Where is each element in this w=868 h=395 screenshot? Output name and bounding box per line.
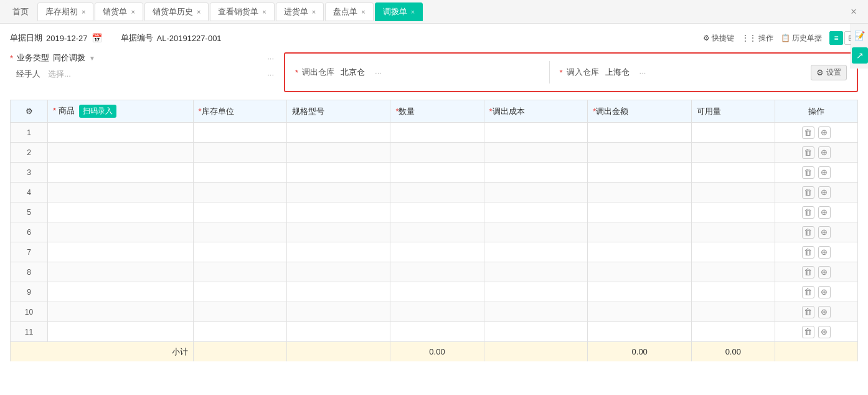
window-close-button[interactable]: × — [844, 2, 863, 21]
row-delete-5[interactable]: 🗑 — [802, 206, 814, 219]
row-available-3[interactable] — [692, 163, 775, 183]
warehouse-in-dots[interactable]: ··· — [639, 68, 646, 77]
tab-inventory-check-close[interactable]: × — [361, 8, 365, 16]
tab-view-sales[interactable]: 查看销货单 × — [210, 2, 274, 21]
tab-sales-history-close[interactable]: × — [197, 8, 200, 16]
business-type-dropdown-icon[interactable]: ▼ — [89, 55, 95, 62]
row-spec-6[interactable] — [286, 222, 390, 242]
row-qty-10[interactable] — [390, 302, 484, 322]
row-product-11[interactable] — [48, 322, 194, 342]
sidebar-expand-icon[interactable]: ↗ — [852, 47, 868, 64]
row-spec-8[interactable] — [286, 262, 390, 282]
row-copy-9[interactable]: ⊕ — [818, 286, 831, 298]
row-amount-5[interactable] — [588, 202, 692, 222]
row-available-4[interactable] — [692, 183, 775, 202]
row-amount-2[interactable] — [588, 143, 692, 163]
row-copy-7[interactable]: ⊕ — [818, 246, 831, 259]
row-amount-8[interactable] — [588, 262, 692, 282]
row-spec-5[interactable] — [286, 202, 390, 222]
row-product-4[interactable] — [48, 183, 194, 202]
row-qty-9[interactable] — [390, 282, 484, 302]
calendar-icon[interactable]: 📅 — [92, 33, 102, 43]
row-unit-10[interactable] — [193, 302, 286, 322]
row-unit-2[interactable] — [193, 143, 286, 163]
row-product-6[interactable] — [48, 222, 194, 242]
row-qty-3[interactable] — [390, 163, 484, 183]
row-unit-1[interactable] — [193, 123, 286, 143]
tab-home[interactable]: 首页 — [5, 2, 36, 21]
row-product-1[interactable] — [48, 123, 194, 143]
row-copy-10[interactable]: ⊕ — [818, 306, 831, 318]
row-unit-9[interactable] — [193, 282, 286, 302]
row-delete-4[interactable]: 🗑 — [802, 186, 814, 199]
row-delete-8[interactable]: 🗑 — [802, 266, 814, 278]
row-amount-1[interactable] — [588, 123, 692, 143]
row-product-2[interactable] — [48, 143, 194, 163]
row-product-10[interactable] — [48, 302, 194, 322]
warehouse-out-dots[interactable]: ··· — [375, 68, 382, 77]
row-qty-5[interactable] — [390, 202, 484, 222]
row-copy-8[interactable]: ⊕ — [818, 266, 831, 278]
sidebar-notes-icon[interactable]: 📝 — [853, 29, 867, 42]
tab-purchase-order-close[interactable]: × — [312, 8, 316, 16]
row-available-2[interactable] — [692, 143, 775, 163]
row-cost-8[interactable] — [484, 262, 588, 282]
row-cost-6[interactable] — [484, 222, 588, 242]
row-product-7[interactable] — [48, 242, 194, 262]
row-delete-2[interactable]: 🗑 — [802, 146, 814, 159]
row-product-5[interactable] — [48, 202, 194, 222]
tab-purchase-order[interactable]: 进货单 × — [276, 2, 324, 21]
row-copy-3[interactable]: ⊕ — [818, 166, 831, 179]
row-product-3[interactable] — [48, 163, 194, 183]
row-cost-7[interactable] — [484, 242, 588, 262]
row-qty-8[interactable] — [390, 262, 484, 282]
row-unit-7[interactable] — [193, 242, 286, 262]
row-amount-3[interactable] — [588, 163, 692, 183]
settings-button[interactable]: ⚙ 设置 — [811, 65, 847, 80]
row-unit-8[interactable] — [193, 262, 286, 282]
row-available-5[interactable] — [692, 202, 775, 222]
row-product-8[interactable] — [48, 262, 194, 282]
row-spec-3[interactable] — [286, 163, 390, 183]
row-qty-4[interactable] — [390, 183, 484, 202]
row-product-9[interactable] — [48, 282, 194, 302]
row-cost-4[interactable] — [484, 183, 588, 202]
row-delete-6[interactable]: 🗑 — [802, 226, 814, 239]
row-copy-11[interactable]: ⊕ — [818, 326, 831, 338]
row-spec-10[interactable] — [286, 302, 390, 322]
row-copy-6[interactable]: ⊕ — [818, 226, 831, 239]
row-available-6[interactable] — [692, 222, 775, 242]
row-cost-5[interactable] — [484, 202, 588, 222]
row-spec-11[interactable] — [286, 322, 390, 342]
tab-view-sales-close[interactable]: × — [262, 8, 266, 16]
row-qty-2[interactable] — [390, 143, 484, 163]
row-delete-11[interactable]: 🗑 — [802, 326, 814, 338]
row-delete-10[interactable]: 🗑 — [802, 306, 814, 318]
warehouse-out-value[interactable]: 北京仓 — [341, 67, 365, 78]
row-copy-2[interactable]: ⊕ — [818, 146, 831, 159]
row-available-1[interactable] — [692, 123, 775, 143]
row-spec-7[interactable] — [286, 242, 390, 262]
business-type-value[interactable]: 同价调拨 — [53, 52, 85, 64]
tab-transfer-order[interactable]: 调拨单 × — [375, 2, 423, 21]
row-amount-9[interactable] — [588, 282, 692, 302]
row-available-8[interactable] — [692, 262, 775, 282]
row-available-7[interactable] — [692, 242, 775, 262]
row-unit-4[interactable] — [193, 183, 286, 202]
row-unit-5[interactable] — [193, 202, 286, 222]
row-spec-4[interactable] — [286, 183, 390, 202]
row-delete-9[interactable]: 🗑 — [802, 286, 814, 298]
tab-inventory-init[interactable]: 库存期初 × — [37, 2, 93, 21]
row-copy-5[interactable]: ⊕ — [818, 206, 831, 219]
row-delete-3[interactable]: 🗑 — [802, 166, 814, 179]
row-cost-9[interactable] — [484, 282, 588, 302]
col-gear[interactable]: ⚙ — [11, 100, 48, 123]
row-amount-4[interactable] — [588, 183, 692, 202]
tab-transfer-order-close[interactable]: × — [411, 8, 415, 16]
tab-sales-order[interactable]: 销货单 × — [95, 2, 143, 21]
row-amount-6[interactable] — [588, 222, 692, 242]
row-unit-6[interactable] — [193, 222, 286, 242]
scan-button[interactable]: 扫码录入 — [79, 105, 116, 118]
row-amount-10[interactable] — [588, 302, 692, 322]
row-unit-3[interactable] — [193, 163, 286, 183]
